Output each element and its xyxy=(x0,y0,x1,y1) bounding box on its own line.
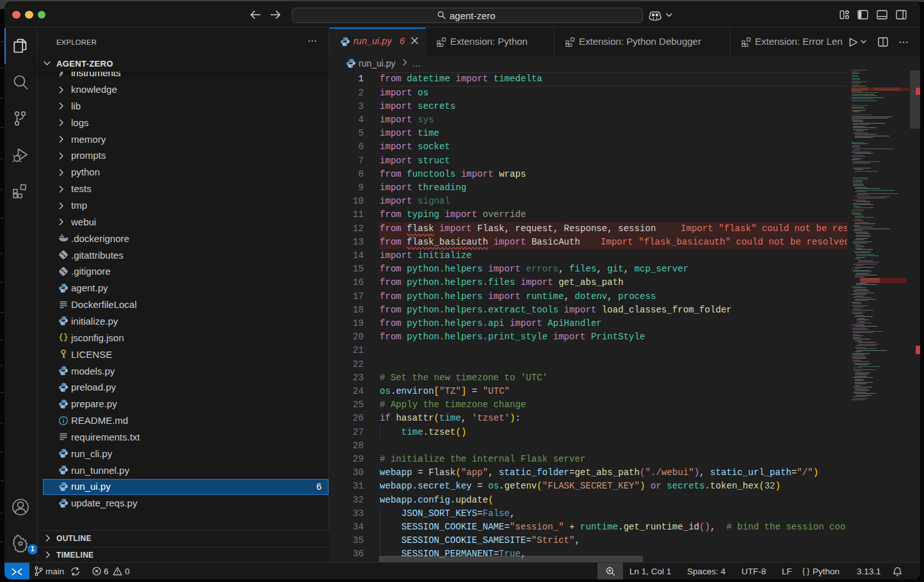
svg-text:{ }: { } xyxy=(802,567,809,576)
